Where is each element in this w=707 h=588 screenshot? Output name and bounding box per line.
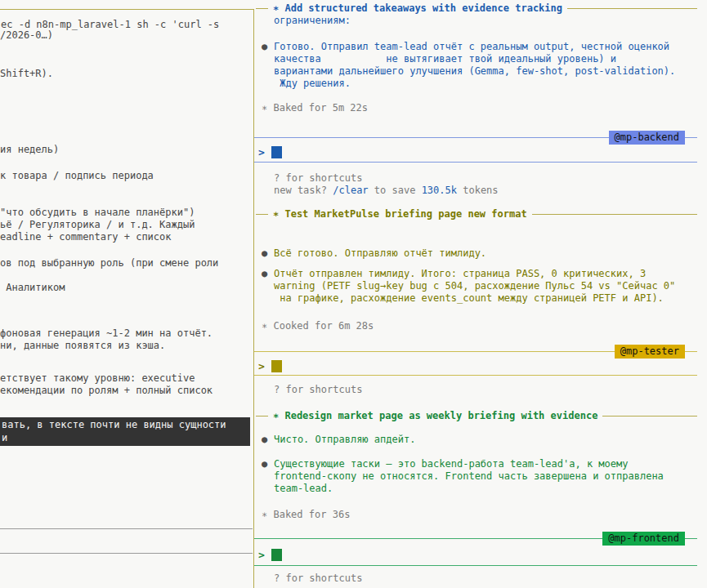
input-bottom-border	[254, 375, 697, 376]
message-bullet: ●	[262, 247, 267, 260]
terminal-output-line: етствует такому уровню: executive	[0, 372, 195, 385]
message-bullet: ●	[262, 268, 267, 280]
assistant-message-line: качества не вытягивает твой идеальный ур…	[274, 53, 616, 65]
assistant-message-line: team-lead.	[274, 483, 333, 495]
selected-text-line: вать, в тексте почти не видны сущности	[2, 419, 226, 431]
task-header: ∗ Test MarketPulse briefing page new for…	[256, 208, 697, 220]
clear-hint-text: to save	[369, 185, 422, 196]
token-count: 130.5k	[422, 185, 457, 196]
terminal-output-line: "что обсудить в начале планёрки")	[0, 207, 195, 219]
assistant-message-line: на графике, расхождение events_count меж…	[274, 292, 664, 305]
terminal-output-line: ия недель)	[0, 144, 59, 156]
header-rule-right	[602, 416, 697, 416]
assistant-message-line: Чисто. Отправляю апдейт.	[274, 434, 415, 446]
terminal-output-line: eadline + commentary + список	[0, 231, 172, 243]
assistant-message-line: ограничениям:	[274, 15, 351, 27]
header-rule-left	[256, 214, 268, 215]
selected-text-line: и	[2, 432, 7, 444]
task-title: ∗ Add structured takeaways with evidence…	[268, 2, 567, 15]
assistant-message-line: Существующие таски — это backend-работа …	[274, 458, 628, 470]
prompt-input[interactable]	[254, 352, 697, 375]
status-line: ∗ Cooked for 6m 28s	[262, 320, 374, 332]
assistant-message-line: Жду решения.	[274, 78, 351, 90]
pane-divider[interactable]	[253, 9, 254, 588]
terminal-multiplexer: ec -d n8n-mp_laravel-1 sh -c 'curl -s /2…	[0, 0, 707, 588]
terminal-output-line: /2026-0…)	[0, 29, 53, 42]
header-rule-left	[256, 416, 268, 416]
left-input-bottom-border	[0, 553, 253, 554]
left-prompt-input[interactable]	[0, 529, 253, 553]
task-title: ∗ Redesign market page as weekly briefin…	[268, 410, 602, 422]
terminal-output-line: Shift+R).	[0, 68, 53, 80]
terminal-output-line: екомендации по ролям + полный список	[0, 385, 213, 397]
header-rule-left	[256, 8, 268, 9]
terminal-output-line: ни, данные появятся из кэша.	[0, 340, 165, 352]
clear-hint-text: new task?	[274, 185, 333, 196]
status-line: ∗ Baked for 5m 22s	[262, 102, 368, 114]
input-bottom-border	[254, 565, 697, 566]
prompt-input[interactable]	[254, 138, 697, 162]
message-bullet: ●	[262, 41, 267, 53]
terminal-output-line: Аналитиком	[0, 282, 65, 294]
status-line: ∗ Baked for 36s	[262, 509, 350, 521]
assistant-message-line: Всё готово. Отправляю отчёт тимлиду.	[274, 247, 486, 260]
input-bottom-border	[254, 162, 697, 163]
left-pane-top-border	[0, 9, 254, 10]
assistant-message-line: вариантами дальнейшего улучшения (Gemma,…	[274, 65, 675, 78]
clear-hint: new task? /clear to save 130.5k tokens	[274, 185, 499, 197]
badge-rule-right	[685, 538, 697, 539]
assistant-message-line: Готово. Отправил team-lead отчёт с реаль…	[274, 41, 669, 53]
shortcuts-hint: ? for shortcuts	[274, 384, 362, 396]
terminal-output-line: ов под выбранную роль (при смене роли	[0, 257, 218, 270]
shortcuts-hint: ? for shortcuts	[274, 572, 362, 585]
header-rule-right	[567, 8, 697, 9]
clear-hint-text: tokens	[457, 185, 499, 196]
assistant-message-line: frontend-скопу не относятся. Frontend ча…	[274, 470, 664, 483]
assistant-message-line: warning (PETF slug→key bug с 504, расхож…	[274, 280, 675, 292]
task-title: ∗ Test MarketPulse briefing page new for…	[268, 208, 532, 220]
terminal-output-line: фоновая генерация ~1-2 мин на отчёт.	[0, 327, 213, 340]
task-header: ∗ Redesign market page as weekly briefin…	[256, 410, 697, 422]
assistant-message-line: Отчёт отправлен тимлиду. Итого: страница…	[274, 268, 646, 280]
badge-rule-left	[254, 538, 602, 539]
prompt-input[interactable]	[254, 540, 697, 565]
message-bullet: ●	[262, 434, 267, 446]
shortcuts-hint: ? for shortcuts	[274, 172, 362, 185]
task-header: ∗ Add structured takeaways with evidence…	[256, 2, 697, 15]
clear-command[interactable]: /clear	[333, 185, 368, 196]
terminal-output-line: к товара / подпись периода	[0, 170, 154, 182]
selected-text-block: вать, в тексте почти не видны сущности и	[0, 417, 250, 446]
header-rule-right	[532, 214, 697, 215]
terminal-output-line: ьё / Регуляторика / и т.д. Каждый	[0, 219, 195, 231]
message-bullet: ●	[262, 458, 267, 470]
